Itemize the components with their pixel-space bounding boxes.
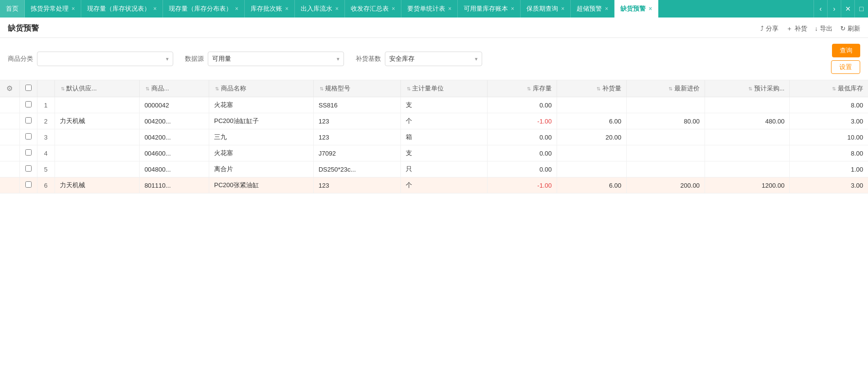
tab-close-shortage[interactable]: × [649, 5, 652, 12]
sort-icon-name: ⇅ [215, 86, 219, 91]
col-stock[interactable]: ⇅ 库存量 [487, 80, 557, 97]
row-stock-3: 0.00 [487, 145, 557, 161]
tab-batch-account[interactable]: 库存批次账× [245, 0, 295, 18]
sort-icon-unit: ⇅ [407, 86, 411, 91]
row-stock-2: 0.00 [487, 129, 557, 145]
col-est-purchase[interactable]: ⇅ 预计采购... [705, 80, 790, 97]
row-check-2[interactable] [25, 133, 32, 140]
row-seq-3: 4 [37, 145, 54, 161]
tab-shortage[interactable]: 缺货预警× [615, 0, 658, 18]
close-window-btn[interactable]: ✕ [841, 0, 854, 18]
datasource-chevron-icon: ▾ [337, 56, 340, 62]
sort-icon-code: ⇅ [145, 86, 149, 91]
tab-close-overstock[interactable]: × [605, 5, 608, 12]
query-button[interactable]: 查询 [832, 44, 860, 57]
tab-inout-flow[interactable]: 出入库流水× [295, 0, 345, 18]
row-supplier-5: 力天机械 [54, 177, 139, 194]
row-stock-1: -1.00 [487, 113, 557, 129]
row-product-name-0: 火花塞 [209, 97, 314, 113]
row-check-0[interactable] [25, 101, 32, 107]
replenish-action[interactable]: ＋ 补货 [786, 24, 807, 33]
col-gear[interactable]: ⚙ [0, 80, 19, 97]
row-replenish-3 [557, 145, 626, 161]
category-select[interactable]: ▾ [37, 52, 173, 66]
row-spec-5: 123 [313, 177, 400, 194]
tab-bar: 首页拣货异常处理×现存量（库存状况表）×现存量（库存分布表）×库存批次账×出入库… [0, 0, 868, 18]
tab-overstock[interactable]: 超储预警× [571, 0, 615, 18]
row-replenish-1: 6.00 [557, 113, 626, 129]
tab-close-inventory-status[interactable]: × [153, 5, 157, 12]
row-spec-2: 123 [313, 129, 400, 145]
col-spec[interactable]: ⇅ 规格型号 [313, 80, 400, 97]
row-checkbox-3[interactable] [19, 145, 37, 161]
maximize-btn[interactable]: □ [854, 0, 868, 18]
datasource-label: 数据源 [185, 54, 204, 63]
row-est-purchase-0 [705, 97, 790, 113]
tab-close-abnormal[interactable]: × [72, 5, 75, 12]
col-product-code[interactable]: ⇅ 商品... [139, 80, 209, 97]
tab-close-batch-account[interactable]: × [285, 5, 289, 12]
col-min-stock[interactable]: ⇅ 最低库存 [790, 80, 868, 97]
row-check-4[interactable] [25, 165, 32, 172]
row-gear-3 [0, 145, 19, 161]
row-checkbox-2[interactable] [19, 129, 37, 145]
datasource-select[interactable]: 可用量 ▾ [208, 52, 344, 66]
settings-button[interactable]: 设置 [831, 60, 860, 74]
tab-close-demand-stat[interactable]: × [448, 5, 452, 12]
row-checkbox-5[interactable] [19, 177, 37, 194]
row-unit-0: 支 [400, 97, 487, 113]
row-checkbox-1[interactable] [19, 113, 37, 129]
row-product-code-0: 0000042 [139, 97, 209, 113]
replenish-base-filter-group: 补货基数 安全库存 ▾ [356, 52, 482, 66]
col-supplier[interactable]: ⇅ 默认供应... [54, 80, 139, 97]
tab-label-home: 首页 [6, 4, 18, 13]
col-product-name[interactable]: ⇅ 商品名称 [209, 80, 314, 97]
tab-scroll-prev[interactable]: ‹ [814, 0, 827, 18]
row-product-name-5: PC200张紧油缸 [209, 177, 314, 194]
tab-home[interactable]: 首页 [0, 0, 25, 18]
table-row: 6 力天机械 801110... PC200张紧油缸 123 个 -1.00 6… [0, 177, 868, 194]
tab-close-inout-flow[interactable]: × [335, 5, 339, 12]
tab-close-avail-ledger[interactable]: × [511, 5, 514, 12]
tab-inventory-dist[interactable]: 现存量（库存分布表）× [163, 0, 245, 18]
table-header-row: ⚙ ⇅ 默认供应... ⇅ 商品... ⇅ [0, 80, 868, 97]
row-checkbox-0[interactable] [19, 97, 37, 113]
row-checkbox-4[interactable] [19, 161, 37, 177]
tab-scroll-next[interactable]: › [827, 0, 841, 18]
row-check-1[interactable] [25, 117, 32, 123]
share-action[interactable]: ⤴ 分享 [760, 24, 778, 33]
tab-demand-stat[interactable]: 要货单统计表× [401, 0, 458, 18]
tab-close-recv-summary[interactable]: × [392, 5, 395, 12]
row-latest-price-0 [627, 97, 705, 113]
settings-col-icon[interactable]: ⚙ [6, 84, 13, 92]
row-supplier-4 [54, 161, 139, 177]
tab-avail-ledger[interactable]: 可用量库存账本× [458, 0, 521, 18]
tab-recv-summary[interactable]: 收发存汇总表× [345, 0, 401, 18]
row-product-name-2: 三九 [209, 129, 314, 145]
tab-abnormal[interactable]: 拣货异常处理× [25, 0, 81, 18]
tab-inventory-status[interactable]: 现存量（库存状况表）× [81, 0, 163, 18]
export-action[interactable]: ↓ 导出 [815, 24, 833, 33]
tab-expiry[interactable]: 保质期查询× [521, 0, 571, 18]
col-latest-price[interactable]: ⇅ 最新进价 [627, 80, 705, 97]
refresh-action[interactable]: ↻ 刷新 [840, 24, 860, 33]
col-unit[interactable]: ⇅ 主计量单位 [400, 80, 487, 97]
row-replenish-5: 6.00 [557, 177, 626, 194]
row-check-3[interactable] [25, 149, 32, 156]
category-chevron-icon: ▾ [166, 56, 169, 62]
filter-actions: 查询 设置 [831, 44, 860, 74]
tab-close-inventory-dist[interactable]: × [235, 5, 238, 12]
row-check-5[interactable] [25, 181, 32, 188]
col-replenish[interactable]: ⇅ 补货量 [557, 80, 626, 97]
row-replenish-4 [557, 161, 626, 177]
category-label: 商品分类 [8, 54, 33, 63]
row-min-stock-1: 3.00 [790, 113, 868, 129]
row-seq-4: 5 [37, 161, 54, 177]
category-filter-group: 商品分类 ▾ [8, 52, 173, 66]
select-all-checkbox[interactable] [25, 85, 32, 91]
row-unit-5: 个 [400, 177, 487, 194]
row-latest-price-3 [627, 145, 705, 161]
replenish-base-select[interactable]: 安全库存 ▾ [385, 52, 482, 66]
tab-close-expiry[interactable]: × [561, 5, 564, 12]
sort-icon-spec: ⇅ [320, 86, 324, 91]
